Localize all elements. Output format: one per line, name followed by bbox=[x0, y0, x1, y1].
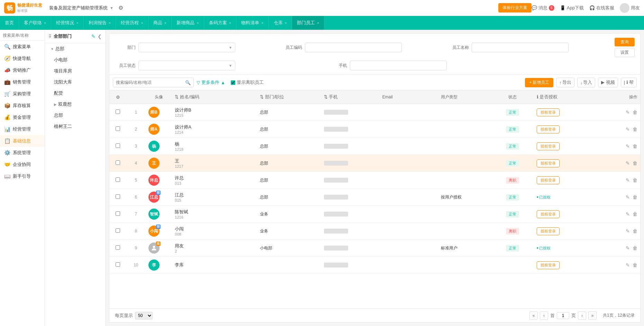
edit-icon[interactable]: ✎ bbox=[626, 126, 630, 132]
row-checkbox[interactable] bbox=[116, 194, 120, 199]
row-checkbox[interactable] bbox=[116, 262, 120, 267]
sidebar-item-基础信息[interactable]: 📋基础信息 bbox=[0, 135, 45, 147]
search-icon[interactable]: 🔍 bbox=[182, 80, 193, 85]
filter-status-select[interactable]: ▼ bbox=[138, 61, 235, 70]
nav-close-icon[interactable]: × bbox=[141, 21, 143, 25]
delete-icon[interactable]: 🗑 bbox=[633, 109, 637, 115]
sidebar-item-销售管理[interactable]: 💼销售管理 bbox=[0, 76, 45, 88]
auth-button[interactable]: 授权登录 bbox=[537, 125, 560, 133]
row-checkbox[interactable] bbox=[116, 109, 120, 114]
row-checkbox[interactable] bbox=[116, 211, 120, 216]
prev-page-btn[interactable]: ‹ bbox=[540, 311, 548, 320]
dept-collapse-icon[interactable]: ❮ bbox=[98, 34, 102, 39]
user-menu[interactable]: 用友 bbox=[620, 3, 640, 13]
message-button[interactable]: 💬 消息 6 bbox=[532, 5, 554, 11]
sidebar-item-库存核算[interactable]: 📦库存核算 bbox=[0, 100, 45, 112]
dept-item-小电部[interactable]: 小电部 bbox=[45, 54, 105, 65]
view-button[interactable]: ▶ 视频 bbox=[598, 78, 618, 87]
row-checkbox[interactable] bbox=[116, 177, 120, 182]
delete-icon[interactable]: 🗑 bbox=[633, 228, 637, 234]
help-button[interactable]: | ℹ 帮 bbox=[621, 78, 637, 87]
nav-item-新增商品[interactable]: 新增商品× bbox=[172, 16, 204, 30]
nav-close-icon[interactable]: × bbox=[261, 21, 263, 25]
delete-icon[interactable]: 🗑 bbox=[633, 211, 637, 217]
sidebar-item-搜索菜单[interactable]: 🔍搜索菜单 bbox=[0, 41, 45, 53]
app-download-button[interactable]: 📱 App下载 bbox=[560, 5, 584, 11]
filter-search-button[interactable]: 查询 bbox=[615, 38, 635, 46]
row-checkbox[interactable] bbox=[116, 126, 120, 131]
export-button[interactable]: ↑ 导出 bbox=[556, 78, 574, 87]
dept-item-双鹿想[interactable]: ▶双鹿想 bbox=[45, 99, 105, 110]
nav-item-仓库[interactable]: 仓库× bbox=[269, 16, 292, 30]
system-dropdown-icon[interactable]: ▼ bbox=[110, 6, 114, 10]
nav-close-icon[interactable]: × bbox=[197, 21, 199, 25]
filter-empname-input[interactable] bbox=[472, 43, 569, 52]
row-checkbox[interactable] bbox=[116, 228, 120, 233]
nav-item-经营历程[interactable]: 经营历程× bbox=[116, 16, 148, 30]
filter-empcode-input[interactable] bbox=[305, 43, 402, 52]
dept-item-总部[interactable]: 总部 bbox=[45, 110, 105, 121]
dept-item-沈阳大库[interactable]: 沈阳大库 bbox=[45, 77, 105, 88]
sidebar-item-系统管理[interactable]: ⚙️系统管理 bbox=[0, 147, 45, 159]
next-page-btn[interactable]: › bbox=[578, 311, 586, 320]
edit-icon[interactable]: ✎ bbox=[626, 245, 630, 251]
delete-icon[interactable]: 🗑 bbox=[633, 245, 637, 251]
nav-item-条码方案[interactable]: 条码方案× bbox=[204, 16, 236, 30]
delete-icon[interactable]: 🗑 bbox=[633, 143, 637, 149]
sidebar-item-快捷导航[interactable]: 🧭快捷导航 bbox=[0, 53, 45, 64]
auth-button[interactable]: 授权登录 bbox=[537, 210, 560, 218]
auth-button[interactable]: 授权登录 bbox=[537, 142, 560, 150]
auth-button[interactable]: 授权登录 bbox=[537, 176, 560, 184]
nav-close-icon[interactable]: × bbox=[76, 21, 78, 25]
edit-icon[interactable]: ✎ bbox=[626, 194, 630, 200]
import-button[interactable]: ↓ 导入 bbox=[577, 78, 596, 87]
auth-button[interactable]: 授权登录 bbox=[537, 159, 560, 167]
dept-item-植树王二[interactable]: 植树王二 bbox=[45, 121, 105, 132]
edit-icon[interactable]: ✎ bbox=[626, 228, 630, 234]
auth-button[interactable]: 授权登录 bbox=[537, 108, 560, 116]
dept-edit-icon[interactable]: ✎ bbox=[91, 34, 96, 39]
edit-icon[interactable]: ✎ bbox=[626, 177, 630, 183]
row-checkbox[interactable] bbox=[116, 160, 120, 165]
service-button[interactable]: 🎧 在线客服 bbox=[589, 5, 614, 11]
sidebar-item-新手引导[interactable]: 📖新手引导 bbox=[0, 170, 45, 182]
page-input[interactable] bbox=[557, 312, 569, 319]
nav-close-icon[interactable]: × bbox=[109, 21, 111, 25]
edit-icon[interactable]: ✎ bbox=[626, 160, 630, 166]
row-checkbox[interactable] bbox=[116, 245, 120, 250]
auth-button[interactable]: 授权登录 bbox=[537, 261, 560, 269]
auth-button[interactable]: 授权登录 bbox=[537, 227, 560, 235]
sidebar-item-企业协同[interactable]: 🤝企业协同 bbox=[0, 159, 45, 170]
sidebar-item-采购管理[interactable]: 🛒采购管理 bbox=[0, 88, 45, 100]
nav-close-icon[interactable]: × bbox=[164, 21, 166, 25]
filter-settings-button[interactable]: 设置 bbox=[615, 48, 635, 57]
filter-phone-input[interactable] bbox=[350, 61, 447, 70]
nav-item-首页[interactable]: 首页 bbox=[0, 16, 19, 30]
nav-item-利润报告[interactable]: 利润报告× bbox=[84, 16, 116, 30]
per-page-select[interactable]: 50 20 100 bbox=[135, 312, 153, 319]
add-employee-button[interactable]: + 新增员工 bbox=[525, 78, 553, 87]
edit-icon[interactable]: ✎ bbox=[626, 109, 630, 115]
nav-close-icon[interactable]: × bbox=[44, 21, 46, 25]
delete-icon[interactable]: 🗑 bbox=[633, 126, 637, 132]
edit-icon[interactable]: ✎ bbox=[626, 262, 630, 268]
nav-item-商品[interactable]: 商品× bbox=[148, 16, 172, 30]
sidebar-item-营销推广[interactable]: 📣营销推广 bbox=[0, 64, 45, 76]
delete-icon[interactable]: 🗑 bbox=[633, 194, 637, 200]
nav-item-经营情况[interactable]: 经营情况× bbox=[51, 16, 83, 30]
dept-item-总部[interactable]: ▼总部 bbox=[45, 43, 105, 54]
search-input[interactable] bbox=[113, 80, 182, 85]
trial-button[interactable]: 体验行业方案 bbox=[498, 3, 532, 12]
nav-close-icon[interactable]: × bbox=[285, 21, 287, 25]
nav-close-icon[interactable]: × bbox=[317, 21, 319, 25]
delete-icon[interactable]: 🗑 bbox=[633, 177, 637, 183]
last-page-btn[interactable]: » bbox=[588, 311, 597, 320]
settings-icon[interactable]: ⚙ bbox=[118, 5, 123, 11]
settings-col-icon[interactable]: ⚙ bbox=[116, 95, 120, 100]
filter-dept-select[interactable]: ▼ bbox=[138, 43, 235, 52]
dept-item-配货[interactable]: 配货 bbox=[45, 88, 105, 99]
nav-item-部门员工[interactable]: 部门员工× bbox=[292, 16, 324, 30]
dept-item-项目库房[interactable]: 项目库房 bbox=[45, 65, 105, 77]
delete-icon[interactable]: 🗑 bbox=[633, 160, 637, 166]
first-page-btn[interactable]: « bbox=[529, 311, 538, 320]
